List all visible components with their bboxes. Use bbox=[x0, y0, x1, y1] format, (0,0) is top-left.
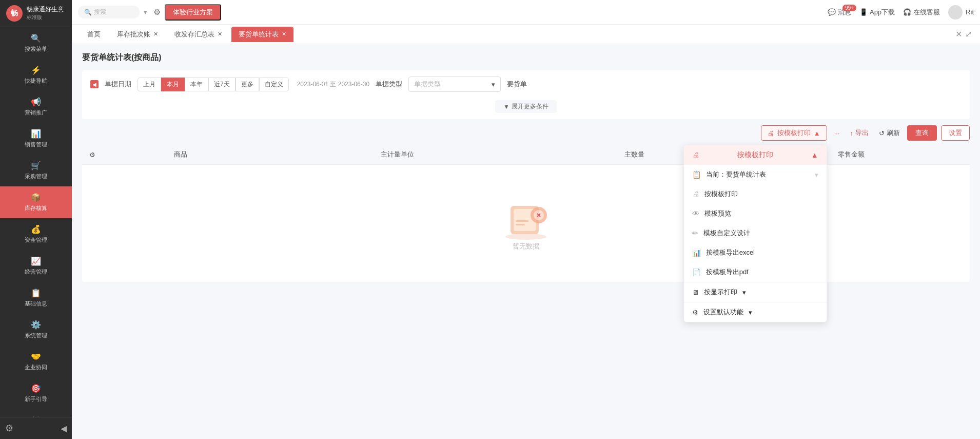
export-btn[interactable]: ↑ 导出 bbox=[847, 126, 872, 140]
topbar-search[interactable]: 🔍 搜索 bbox=[78, 6, 140, 18]
print-template-btn[interactable]: 🖨 按模板打印 ▲ bbox=[761, 125, 827, 141]
date-btn-4[interactable]: 更多 bbox=[236, 78, 259, 91]
query-btn[interactable]: 查询 bbox=[907, 125, 937, 141]
nav-icon-newbie: 🎯 bbox=[31, 384, 41, 393]
item-label-template-export-excel: 按模板导出excel bbox=[706, 248, 755, 257]
message-btn[interactable]: 💬 消息 99+ bbox=[828, 8, 851, 17]
filter-collapse-btn[interactable]: ◀ bbox=[90, 80, 99, 88]
dropdown-item-template-export-excel[interactable]: 📊按模板导出excel bbox=[684, 243, 827, 262]
date-btn-5[interactable]: 自定义 bbox=[259, 78, 289, 91]
tab-batch-account[interactable]: 库存批次账✕ bbox=[110, 27, 165, 42]
sidebar-item-newbie[interactable]: 🎯新手引导 bbox=[0, 377, 72, 409]
page-title: 要货单统计表(按商品) bbox=[82, 52, 970, 63]
nav-label-newbie: 新手引导 bbox=[25, 395, 47, 403]
printer-icon: 🖨 bbox=[768, 129, 774, 137]
empty-text: 暂无数据 bbox=[513, 242, 539, 251]
sidebar-item-operations[interactable]: 📈经营管理 bbox=[0, 250, 72, 282]
maximize-tab-icon[interactable]: ⤢ bbox=[965, 29, 972, 39]
type-select[interactable]: 单据类型 ▾ bbox=[408, 77, 501, 92]
sub-label-display-print: 按显示打印 bbox=[704, 288, 737, 297]
sidebar-item-shortcut[interactable]: ⚡快捷导航 bbox=[0, 59, 72, 91]
nav-label-shortcut: 快捷导航 bbox=[25, 77, 47, 85]
item-icon-template-export-pdf: 📄 bbox=[692, 268, 701, 276]
trial-button[interactable]: 体验行业方案 bbox=[165, 4, 221, 21]
col-header-settings[interactable]: ⚙ bbox=[82, 145, 103, 165]
more-options-btn[interactable]: ··· bbox=[831, 127, 843, 139]
tab-home[interactable]: 首页 bbox=[80, 27, 108, 42]
sidebar-item-system[interactable]: ⚙️系统管理 bbox=[0, 314, 72, 346]
sub-arrow-display-print: ▾ bbox=[742, 289, 746, 296]
topbar-settings-icon[interactable]: ⚙ bbox=[153, 7, 161, 17]
nav-icon-inventory: 📦 bbox=[31, 193, 41, 202]
date-btn-3[interactable]: 近7天 bbox=[208, 78, 236, 91]
nav-icon-shortcut: ⚡ bbox=[31, 65, 41, 75]
topbar-dropdown[interactable]: ▾ bbox=[144, 8, 147, 16]
nav-icon-search: 🔍 bbox=[31, 33, 41, 43]
sidebar-toggle-icon[interactable]: ◀ bbox=[61, 424, 67, 433]
expand-label: 展开更多条件 bbox=[512, 102, 548, 111]
sidebar-item-inventory[interactable]: 📦库存核算 bbox=[0, 186, 72, 218]
date-btn-0[interactable]: 上月 bbox=[138, 78, 161, 91]
service-label: 在线客服 bbox=[913, 8, 940, 17]
dropdown-item-template-print[interactable]: 🖨按模板打印 bbox=[684, 184, 827, 204]
sidebar-item-search[interactable]: 🔍搜索菜单 bbox=[0, 27, 72, 59]
tab-order-summary[interactable]: 要货单统计表✕ bbox=[231, 27, 293, 42]
tab-close-batch-account[interactable]: ✕ bbox=[153, 31, 158, 37]
dropdown-sub-set-default[interactable]: ⚙设置默认功能▾ bbox=[684, 302, 827, 322]
dropdown-item-template-custom[interactable]: ✏模板自定义设计 bbox=[684, 223, 827, 243]
nav-label-cooperation: 企业协同 bbox=[25, 364, 47, 371]
tab-close-collection-summary[interactable]: ✕ bbox=[218, 31, 222, 37]
settings-btn[interactable]: 设置 bbox=[941, 125, 970, 141]
sidebar-item-marketing-promo[interactable]: 📢营销推广 bbox=[0, 91, 72, 123]
sidebar-settings-icon[interactable]: ⚙ bbox=[5, 423, 13, 434]
sidebar-bottom: ⚙ ◀ bbox=[0, 417, 72, 439]
nav-label-operations: 经营管理 bbox=[25, 268, 47, 276]
close-tab-icon[interactable]: ✕ bbox=[955, 29, 962, 39]
tab-label-collection-summary: 收发存汇总表 bbox=[174, 30, 214, 39]
date-btn-1[interactable]: 本月 bbox=[161, 78, 185, 91]
sidebar-item-purchase[interactable]: 🛒采购管理 bbox=[0, 155, 72, 186]
toolbar-area: 🖨 按模板打印 ▲ 🖨 按模板打印 ▲ 📋 当前：要货 bbox=[82, 125, 970, 141]
refresh-icon: ↺ bbox=[879, 129, 885, 137]
dropdown-up-icon[interactable]: ▲ bbox=[811, 151, 818, 159]
dropdown-header-controls: ▲ bbox=[811, 151, 818, 159]
sidebar-item-finance[interactable]: 💰资金管理 bbox=[0, 218, 72, 250]
svg-rect-7 bbox=[516, 220, 528, 222]
dropdown-header-label: 按模板打印 bbox=[737, 150, 773, 160]
search-icon: 🔍 bbox=[84, 9, 92, 16]
current-label: 当前：要货单统计表 bbox=[706, 170, 766, 179]
sidebar: 畅 畅康通好生意 标准版 🔍搜索菜单⚡快捷导航📢营销推广📊销售管理🛒采购管理📦库… bbox=[0, 0, 72, 439]
nav-label-search: 搜索菜单 bbox=[25, 45, 47, 53]
logo-text-area: 畅康通好生意 标准版 bbox=[27, 6, 64, 21]
svg-point-0 bbox=[505, 234, 546, 240]
order-type-label: 要货单 bbox=[507, 80, 527, 89]
online-service-btn[interactable]: 🎧 在线客服 bbox=[903, 8, 940, 17]
nav-label-inventory: 库存核算 bbox=[25, 204, 47, 212]
tab-collection-summary[interactable]: 收发存汇总表✕ bbox=[167, 27, 229, 42]
app-download-btn[interactable]: 📱 App下载 bbox=[859, 8, 895, 17]
refresh-btn[interactable]: ↺ 刷新 bbox=[876, 126, 903, 140]
user-avatar bbox=[948, 5, 963, 20]
dropdown-item-template-preview[interactable]: 👁模板预览 bbox=[684, 204, 827, 223]
col-header-unit: 主计量单位 bbox=[259, 145, 536, 165]
empty-illustration bbox=[495, 196, 557, 242]
sidebar-item-appstore[interactable]: 📱应用中心 bbox=[0, 409, 72, 417]
tab-close-order-summary[interactable]: ✕ bbox=[282, 31, 286, 37]
expand-more-btn[interactable]: ▼ 展开更多条件 bbox=[495, 100, 557, 113]
sidebar-item-sales[interactable]: 📊销售管理 bbox=[0, 123, 72, 155]
sub-arrow-set-default: ▾ bbox=[749, 309, 752, 316]
type-label: 单据类型 bbox=[376, 80, 402, 89]
dropdown-item-template-export-pdf[interactable]: 📄按模板导出pdf bbox=[684, 262, 827, 282]
date-btn-2[interactable]: 本年 bbox=[185, 78, 208, 91]
service-icon: 🎧 bbox=[903, 8, 911, 16]
sidebar-item-basics[interactable]: 📋基础信息 bbox=[0, 282, 72, 314]
dropdown-current-template[interactable]: 📋 当前：要货单统计表 ▾ bbox=[684, 165, 827, 184]
empty-state: 暂无数据 bbox=[82, 165, 970, 282]
sidebar-item-cooperation[interactable]: 🤝企业协同 bbox=[0, 346, 72, 377]
sub-icon-set-default: ⚙ bbox=[692, 309, 698, 316]
message-icon: 💬 bbox=[828, 8, 836, 16]
dropdown-sub-display-print[interactable]: 🖥按显示打印▾ bbox=[684, 282, 827, 302]
tab-controls: ✕ ⤢ bbox=[955, 29, 972, 39]
user-menu[interactable]: Rit bbox=[948, 5, 974, 20]
date-label: 单据日期 bbox=[105, 80, 131, 89]
